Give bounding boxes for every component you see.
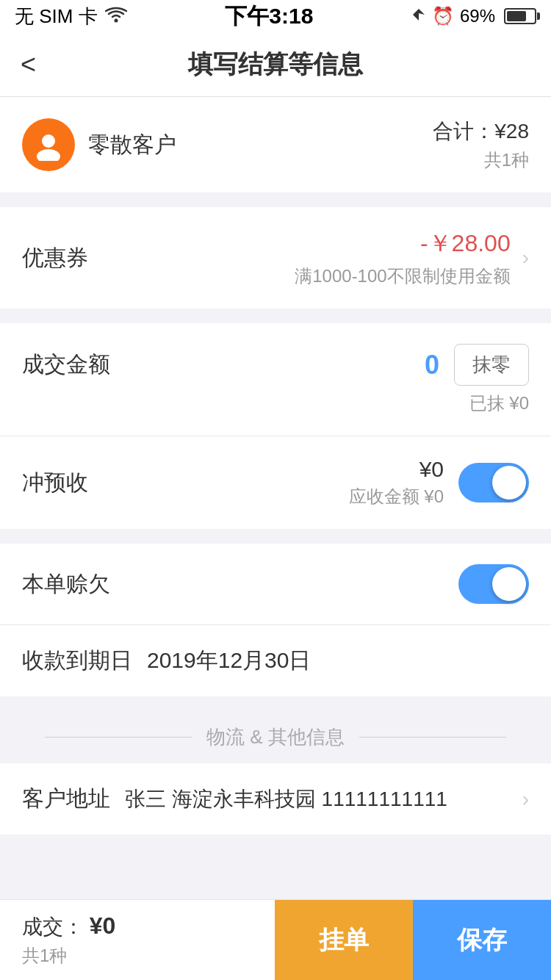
svg-point-0 <box>114 18 118 22</box>
customer-avatar <box>22 118 75 171</box>
credit-toggle-knob <box>492 567 526 601</box>
due-date-value: 2019年12月30日 <box>147 646 311 676</box>
transaction-top: 成交金额 0 抹零 <box>22 344 529 386</box>
bottom-count: 共1种 <box>22 944 253 968</box>
prepay-main-value: ¥0 <box>349 457 444 482</box>
deal-value: ¥0 <box>90 912 116 939</box>
prepay-sub-value: 应收金额 ¥0 <box>349 485 444 508</box>
alarm-icon: ⏰ <box>432 6 454 26</box>
customer-left: 零散客户 <box>22 118 176 171</box>
separator-6 <box>0 835 551 849</box>
bottom-bar: 成交： ¥0 共1种 挂单 保存 <box>0 899 551 980</box>
coupon-right: -￥28.00 满1000-100不限制使用金额 › <box>295 228 529 288</box>
credit-label: 本单赊欠 <box>22 569 110 599</box>
status-time: 下午3:18 <box>225 1 313 32</box>
battery-percent: 69% <box>460 6 495 26</box>
save-button[interactable]: 保存 <box>413 900 551 981</box>
address-label: 客户地址 <box>22 784 110 814</box>
due-date-row: 收款到期日 2019年12月30日 <box>0 624 551 696</box>
transaction-label: 成交金额 <box>22 350 110 380</box>
address-chevron: › <box>522 788 529 811</box>
content: 零散客户 合计：¥28 共1种 优惠券 -￥28.00 满1000-100不限制… <box>0 97 551 980</box>
coupon-sub: 满1000-100不限制使用金额 <box>295 264 510 288</box>
prepay-values: ¥0 应收金额 ¥0 <box>349 457 444 508</box>
logistics-divider: 物流 & 其他信息 <box>0 711 551 763</box>
credit-toggle[interactable] <box>458 564 529 604</box>
location-icon <box>411 6 426 26</box>
wifi-icon <box>105 5 127 28</box>
transaction-sub: 已抹 ¥0 <box>22 392 529 415</box>
deal-label: 成交： <box>22 915 84 938</box>
customer-name: 零散客户 <box>88 130 176 160</box>
back-button[interactable]: < <box>21 49 36 80</box>
svg-point-2 <box>37 149 60 161</box>
hold-button[interactable]: 挂单 <box>275 900 413 981</box>
address-value: 张三 海淀永丰科技园 11111111111 <box>125 785 522 813</box>
status-right: ⏰ 69% <box>411 6 536 26</box>
due-date-label: 收款到期日 <box>22 646 132 676</box>
separator-4 <box>0 696 551 711</box>
coupon-chevron: › <box>522 246 529 270</box>
battery-icon <box>504 8 536 24</box>
separator-1 <box>0 192 551 207</box>
coupon-row[interactable]: 优惠券 -￥28.00 满1000-100不限制使用金额 › <box>0 207 551 309</box>
svg-point-1 <box>42 134 55 148</box>
customer-count: 共1种 <box>433 148 529 172</box>
carrier-text: 无 SIM 卡 <box>15 4 98 29</box>
transaction-section: 成交金额 0 抹零 已抹 ¥0 <box>0 323 551 436</box>
status-bar: 无 SIM 卡 下午3:18 ⏰ 69% <box>0 0 551 32</box>
nav-bar: < 填写结算等信息 <box>0 32 551 97</box>
round-button[interactable]: 抹零 <box>454 344 529 386</box>
address-row[interactable]: 客户地址 张三 海淀永丰科技园 11111111111 › <box>0 763 551 835</box>
logistics-label: 物流 & 其他信息 <box>45 724 506 750</box>
transaction-value: 0 <box>425 350 439 381</box>
prepay-label: 冲预收 <box>22 468 88 498</box>
separator-2 <box>0 309 551 323</box>
transaction-right: 0 抹零 <box>425 344 529 386</box>
prepay-section: 冲预收 ¥0 应收金额 ¥0 <box>0 436 551 529</box>
prepay-top: 冲预收 ¥0 应收金额 ¥0 <box>22 457 529 508</box>
prepay-toggle[interactable] <box>458 463 529 502</box>
bottom-deal-row: 成交： ¥0 <box>22 912 253 941</box>
customer-row: 零散客户 合计：¥28 共1种 <box>0 97 551 192</box>
coupon-value: -￥28.00 <box>295 228 510 260</box>
status-left: 无 SIM 卡 <box>15 4 127 29</box>
prepay-right: ¥0 应收金额 ¥0 <box>349 457 529 508</box>
credit-section: 本单赊欠 <box>0 544 551 624</box>
customer-total: 合计：¥28 <box>433 118 529 145</box>
separator-3 <box>0 529 551 544</box>
toggle-knob <box>492 466 526 500</box>
bottom-info: 成交： ¥0 共1种 <box>0 912 275 968</box>
coupon-label: 优惠券 <box>22 243 88 273</box>
page-title: 填写结算等信息 <box>188 48 363 82</box>
customer-summary: 合计：¥28 共1种 <box>433 118 529 172</box>
